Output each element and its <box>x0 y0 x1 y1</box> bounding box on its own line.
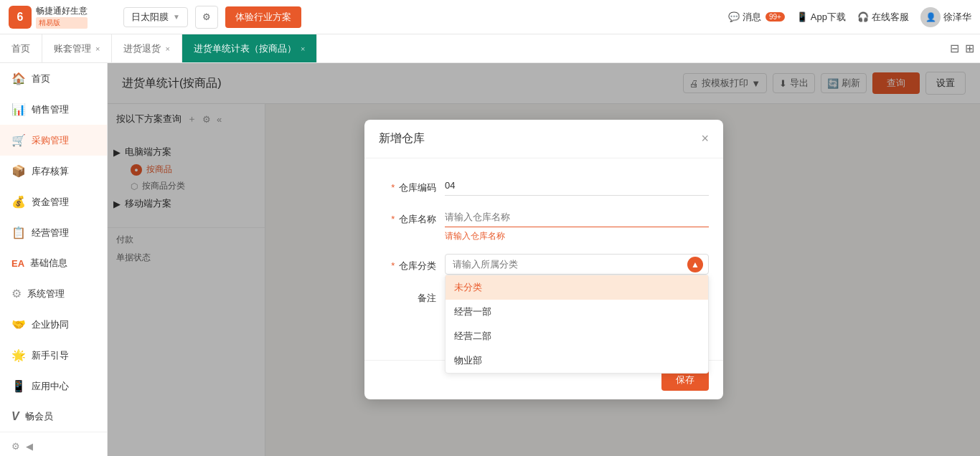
sidebar-collapse-icon[interactable]: ◀ <box>26 441 33 452</box>
code-required-mark: * <box>391 182 395 193</box>
tab-purchase-return-close[interactable]: × <box>165 44 169 53</box>
logo-icon: 6 <box>9 6 32 29</box>
sidebar-system-label: 系统管理 <box>27 288 65 300</box>
sidebar-basic-label: 基础信息 <box>30 257 67 270</box>
tab-accounts[interactable]: 账套管理 × <box>42 34 112 62</box>
category-label-text: 仓库分类 <box>399 260 436 271</box>
system-icon: ⚙ <box>11 287 22 300</box>
tab-purchase-stats[interactable]: 进货单统计表（按商品） × <box>182 34 317 62</box>
sidebar-home-label: 首页 <box>32 72 50 85</box>
remark-label-text: 备注 <box>418 293 436 303</box>
sidebar-appcenter-label: 应用中心 <box>32 380 69 393</box>
store-selector[interactable]: 日太阳膜 ▼ <box>123 7 188 27</box>
edition-badge: 精易版 <box>36 17 88 29</box>
enterprise-icon: 🤝 <box>11 318 26 331</box>
dropdown-item-property[interactable]: 物业部 <box>446 348 708 373</box>
dropdown-item-unclassified[interactable]: 未分类 <box>446 275 708 300</box>
sidebar-item-basic[interactable]: EA 基础信息 <box>0 248 107 278</box>
tab-home[interactable]: 首页 <box>0 34 42 62</box>
message-button[interactable]: 💬 消息 99+ <box>728 11 785 24</box>
category-form-row: * 仓库分类 ▲ 未分类 经 <box>379 254 709 275</box>
sidebar-item-vip[interactable]: V 畅会员 <box>0 402 107 432</box>
sidebar-item-sales[interactable]: 📊 销售管理 <box>0 94 107 125</box>
dialog-close-button[interactable]: × <box>701 131 709 146</box>
user-menu[interactable]: 👤 徐泽华 <box>920 7 971 27</box>
dialog-header: 新增仓库 × <box>364 120 723 158</box>
warehouse-code-input[interactable] <box>445 176 709 196</box>
dropdown-item-dept1[interactable]: 经营一部 <box>446 300 708 324</box>
logo-text: 畅捷通好生意 精易版 <box>36 5 88 29</box>
sidebar-item-home[interactable]: 🏠 首页 <box>0 63 107 94</box>
sidebar-item-operation[interactable]: 📋 经营管理 <box>0 217 107 248</box>
code-label-text: 仓库编码 <box>399 182 436 193</box>
category-control: ▲ 未分类 经营一部 经营二部 <box>445 254 709 275</box>
modal-overlay[interactable]: 新增仓库 × * 仓库编码 <box>108 63 980 456</box>
store-dropdown-arrow: ▼ <box>173 13 180 21</box>
sidebar-item-system[interactable]: ⚙ 系统管理 <box>0 278 107 309</box>
tab-accounts-label: 账套管理 <box>54 42 91 55</box>
add-warehouse-dialog: 新增仓库 × * 仓库编码 <box>364 120 723 399</box>
property-label: 物业部 <box>454 355 482 366</box>
tab-accounts-close[interactable]: × <box>95 44 100 53</box>
newbie-icon: 🌟 <box>11 348 26 362</box>
basic-icon: EA <box>11 258 24 269</box>
sidebar-settings-icon[interactable]: ⚙ <box>11 441 20 452</box>
app-download-button[interactable]: 📱 App下载 <box>796 11 846 24</box>
name-label: * 仓库名称 <box>379 207 436 226</box>
settings-button[interactable]: ⚙ <box>195 6 218 29</box>
tab-purchase-return[interactable]: 进货退货 × <box>112 34 182 62</box>
avatar: 👤 <box>920 7 941 27</box>
sidebar-sales-label: 销售管理 <box>32 103 69 116</box>
content-area: 进货单统计(按商品) 🖨 按模板打印 ▼ ⬇ 导出 🔄 刷新 查询 设置 <box>108 63 980 456</box>
remark-label: 备注 <box>379 286 436 305</box>
sidebar-item-finance[interactable]: 💰 资金管理 <box>0 186 107 217</box>
sidebar-purchase-label: 采购管理 <box>32 134 69 147</box>
sidebar-item-appcenter[interactable]: 📱 应用中心 <box>0 371 107 402</box>
sidebar-item-newbie[interactable]: 🌟 新手引导 <box>0 340 107 371</box>
main-layout: 🏠 首页 📊 销售管理 🛒 采购管理 📦 库存核算 💰 资金管理 📋 经营管理 … <box>0 63 980 456</box>
tabs-bar: 首页 账套管理 × 进货退货 × 进货单统计表（按商品） × ⊟ ⊞ <box>0 34 980 63</box>
tab-expand-icon[interactable]: ⊞ <box>965 42 974 55</box>
sidebar-item-inventory[interactable]: 📦 库存核算 <box>0 156 107 186</box>
online-service-label: 在线客服 <box>872 11 909 24</box>
store-name: 日太阳膜 <box>131 11 169 24</box>
sidebar-item-enterprise[interactable]: 🤝 企业协同 <box>0 309 107 340</box>
category-dropdown-arrow[interactable]: ▲ <box>687 257 703 272</box>
sidebar-inventory-label: 库存核算 <box>32 165 69 178</box>
name-form-row: * 仓库名称 请输入仓库名称 <box>379 207 709 242</box>
username: 徐泽华 <box>943 11 971 24</box>
tab-home-label: 首页 <box>11 42 30 55</box>
top-right-area: 💬 消息 99+ 📱 App下载 🎧 在线客服 👤 徐泽华 <box>728 7 971 27</box>
tab-purchase-stats-close[interactable]: × <box>301 44 305 53</box>
inventory-icon: 📦 <box>11 164 26 178</box>
online-service-button[interactable]: 🎧 在线客服 <box>857 11 909 24</box>
headset-icon: 🎧 <box>857 11 869 22</box>
message-label: 消息 <box>743 11 761 24</box>
dropdown-item-dept2[interactable]: 经营二部 <box>446 324 708 348</box>
sidebar-enterprise-label: 企业协同 <box>32 318 69 331</box>
finance-icon: 💰 <box>11 195 26 209</box>
sales-icon: 📊 <box>11 103 26 116</box>
sidebar-newbie-label: 新手引导 <box>32 349 69 362</box>
sidebar-vip-label: 畅会员 <box>25 410 53 423</box>
warehouse-category-input[interactable] <box>445 254 709 275</box>
top-nav: 6 畅捷通好生意 精易版 日太阳膜 ▼ ⚙ 体验行业方案 💬 消息 99+ 📱 … <box>0 0 980 34</box>
vip-icon: V <box>11 410 19 423</box>
category-dropdown-list: 未分类 经营一部 经营二部 物业部 <box>445 275 709 374</box>
sidebar-item-purchase[interactable]: 🛒 采购管理 <box>0 125 107 156</box>
sidebar-bottom: ⚙ ◀ <box>0 432 107 456</box>
code-form-row: * 仓库编码 <box>379 176 709 196</box>
code-label: * 仓库编码 <box>379 176 436 194</box>
operation-icon: 📋 <box>11 226 26 239</box>
unclassified-label: 未分类 <box>454 282 482 293</box>
sidebar: 🏠 首页 📊 销售管理 🛒 采购管理 📦 库存核算 💰 资金管理 📋 经营管理 … <box>0 63 108 456</box>
name-required-mark: * <box>391 214 395 224</box>
name-control: 请输入仓库名称 <box>445 207 709 242</box>
warehouse-name-input[interactable] <box>445 207 709 227</box>
tab-minimize-icon[interactable]: ⊟ <box>950 42 959 55</box>
dialog-body: * 仓库编码 * 仓库名称 <box>364 158 723 360</box>
trial-button[interactable]: 体验行业方案 <box>225 6 301 28</box>
logo-area: 6 畅捷通好生意 精易版 <box>9 5 116 29</box>
purchase-icon: 🛒 <box>11 133 26 147</box>
home-icon: 🏠 <box>11 72 26 85</box>
